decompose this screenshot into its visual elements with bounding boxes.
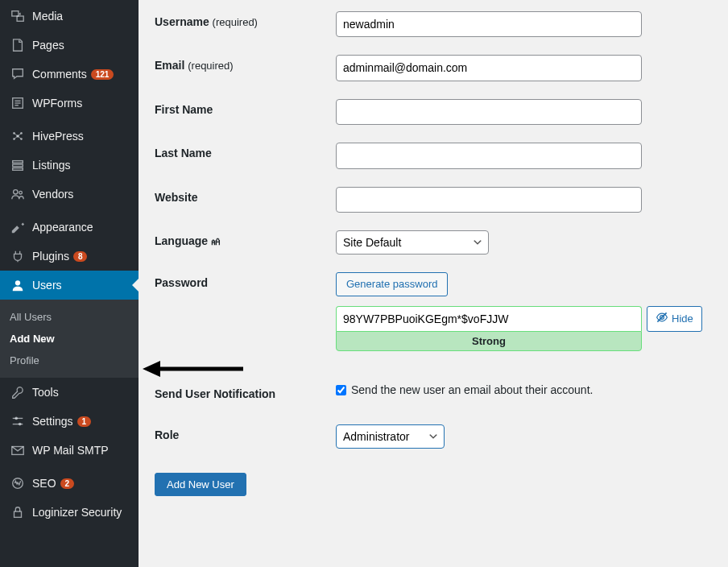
username-label: Username (required) xyxy=(155,11,336,28)
sidebar-item-label: Plugins xyxy=(32,250,69,263)
sidebar-item-wpmail[interactable]: WP Mail SMTP xyxy=(0,436,139,465)
sidebar-item-label: Media xyxy=(32,10,63,23)
hide-password-button[interactable]: Hide xyxy=(647,306,702,332)
svg-line-13 xyxy=(14,136,19,139)
submenu-profile[interactable]: Profile xyxy=(0,350,139,371)
plugins-badge: 8 xyxy=(73,251,88,262)
role-select[interactable]: Administrator xyxy=(336,424,445,449)
sidebar-item-label: Tools xyxy=(32,386,59,399)
sidebar-item-settings[interactable]: Settings 1 xyxy=(0,407,139,436)
sidebar-item-label: Vendors xyxy=(32,188,73,201)
sidebar-item-seo[interactable]: SEO 2 xyxy=(0,469,139,498)
sidebar-item-label: Loginizer Security xyxy=(32,506,122,519)
password-label: Password xyxy=(155,272,336,289)
svg-point-22 xyxy=(14,417,18,420)
svg-rect-27 xyxy=(14,511,22,517)
settings-icon xyxy=(10,413,26,429)
page-icon xyxy=(10,37,26,53)
lock-icon xyxy=(10,504,26,520)
seo-icon xyxy=(10,475,26,491)
sidebar-item-label: Users xyxy=(32,279,62,292)
website-label: Website xyxy=(155,187,336,204)
sidebar-item-label: Comments xyxy=(32,68,87,81)
main-content: Username (required) Email (required) Fir… xyxy=(139,0,728,567)
sidebar-item-media[interactable]: Media xyxy=(0,2,139,31)
sidebar-item-loginizer[interactable]: Loginizer Security xyxy=(0,498,139,527)
submenu-all-users[interactable]: All Users xyxy=(0,306,139,328)
sidebar-item-appearance[interactable]: Appearance xyxy=(0,213,139,242)
tools-icon xyxy=(10,384,26,400)
appearance-icon xyxy=(10,219,26,235)
sidebar-item-label: WP Mail SMTP xyxy=(32,444,109,457)
svg-point-18 xyxy=(14,190,18,194)
last-name-input[interactable] xyxy=(336,143,642,168)
first-name-label: First Name xyxy=(155,99,336,116)
sidebar-item-users[interactable]: Users xyxy=(0,271,139,300)
svg-point-20 xyxy=(15,280,20,285)
sidebar-item-label: Appearance xyxy=(32,221,93,234)
sidebar-item-wpforms[interactable]: WPForms xyxy=(0,89,139,118)
first-name-input[interactable] xyxy=(336,99,642,125)
add-new-user-button[interactable]: Add New User xyxy=(155,473,246,496)
user-icon xyxy=(10,277,26,293)
translate-icon: 🗚 xyxy=(210,235,221,247)
list-icon xyxy=(10,157,26,173)
sidebar-item-vendors[interactable]: Vendors xyxy=(0,180,139,209)
sidebar-item-comments[interactable]: Comments 121 xyxy=(0,60,139,89)
seo-badge: 2 xyxy=(60,478,75,489)
svg-point-19 xyxy=(19,191,23,194)
role-label: Role xyxy=(155,424,336,441)
password-strength: Strong xyxy=(336,331,642,351)
settings-badge: 1 xyxy=(77,416,92,427)
sidebar-item-label: HivePress xyxy=(32,130,84,143)
svg-marker-30 xyxy=(143,361,160,377)
form-icon xyxy=(10,95,26,111)
svg-line-12 xyxy=(18,133,22,136)
plugin-icon xyxy=(10,248,26,264)
email-label: Email (required) xyxy=(155,55,336,72)
sidebar-item-pages[interactable]: Pages xyxy=(0,31,139,60)
hive-icon xyxy=(10,128,26,144)
username-input[interactable] xyxy=(336,11,642,37)
notification-checkbox[interactable] xyxy=(336,385,346,395)
svg-rect-0 xyxy=(12,11,19,16)
sidebar-item-plugins[interactable]: Plugins 8 xyxy=(0,242,139,271)
users-submenu: All Users Add New Profile xyxy=(0,300,139,378)
password-input[interactable] xyxy=(336,306,642,331)
admin-sidebar: Media Pages Comments 121 WPForms HivePre… xyxy=(0,0,139,567)
language-label: Language🗚 xyxy=(155,230,336,247)
notification-label: Send User Notification xyxy=(155,383,336,400)
email-input[interactable] xyxy=(336,55,642,81)
generate-password-button[interactable]: Generate password xyxy=(336,272,448,296)
media-icon xyxy=(10,8,26,24)
sidebar-item-label: SEO xyxy=(32,477,56,490)
mail-icon xyxy=(10,442,26,458)
svg-rect-1 xyxy=(17,16,23,21)
sidebar-item-tools[interactable]: Tools xyxy=(0,378,139,407)
svg-line-14 xyxy=(18,136,22,139)
comment-icon xyxy=(10,66,26,82)
language-select[interactable]: Site Default xyxy=(336,230,489,255)
eye-slash-icon xyxy=(656,311,668,326)
svg-rect-16 xyxy=(13,164,23,167)
sidebar-item-label: WPForms xyxy=(32,97,82,110)
svg-rect-17 xyxy=(13,168,23,171)
svg-point-24 xyxy=(19,423,22,426)
last-name-label: Last Name xyxy=(155,143,336,159)
sidebar-item-listings[interactable]: Listings xyxy=(0,151,139,180)
sidebar-item-label: Listings xyxy=(32,159,70,172)
svg-line-11 xyxy=(14,133,19,136)
comments-badge: 121 xyxy=(91,69,114,80)
sidebar-item-label: Settings xyxy=(32,415,73,428)
sidebar-item-hivepress[interactable]: HivePress xyxy=(0,122,139,151)
annotation-arrow xyxy=(143,357,247,381)
submenu-add-new[interactable]: Add New xyxy=(0,328,139,350)
svg-rect-15 xyxy=(13,161,23,163)
notification-text: Send the new user an email about their a… xyxy=(351,383,593,396)
vendor-icon xyxy=(10,186,26,202)
website-input[interactable] xyxy=(336,187,642,213)
sidebar-item-label: Pages xyxy=(32,39,64,52)
